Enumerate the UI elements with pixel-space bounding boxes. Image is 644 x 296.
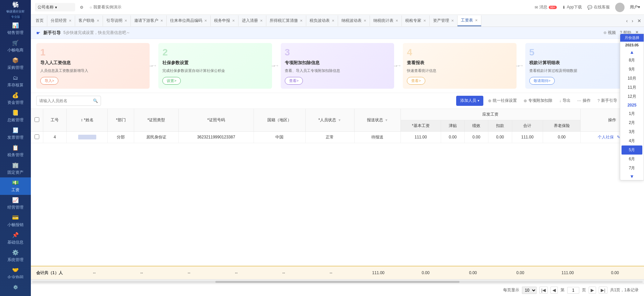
- tab-prev-button[interactable]: ‹: [625, 17, 629, 24]
- select-all-checkbox[interactable]: [35, 117, 39, 122]
- close-icon[interactable]: ✕: [451, 19, 454, 23]
- prev-page-button[interactable]: ◀: [550, 287, 558, 294]
- month-8[interactable]: 8月: [620, 56, 644, 65]
- tab-guide[interactable]: 引导说明✕: [103, 15, 131, 26]
- search-icon[interactable]: 🔍: [93, 98, 98, 103]
- month-3[interactable]: 3月: [620, 127, 644, 136]
- new-guide-button[interactable]: ?新手引导: [595, 98, 619, 103]
- tab-tax-expert[interactable]: 税检专家✕: [402, 15, 430, 26]
- add-person-button[interactable]: 添加人员 ▾: [456, 96, 483, 106]
- month-12[interactable]: 12月: [620, 92, 644, 101]
- month-scroll-down-button[interactable]: ▼: [628, 174, 636, 179]
- scrollbar-thumb[interactable]: [215, 281, 460, 283]
- month-11[interactable]: 11月: [620, 83, 644, 92]
- tab-layered[interactable]: 分层经营✕: [47, 15, 75, 26]
- sidebar-item-invoice[interactable]: 🧾发票管理: [0, 125, 31, 142]
- export-button[interactable]: ↓导出: [557, 98, 573, 103]
- close-icon[interactable]: ✕: [160, 19, 163, 23]
- avatar[interactable]: [615, 3, 625, 12]
- step-btn-4[interactable]: 查看>: [407, 77, 425, 85]
- tab-customer[interactable]: 客户联络✕: [75, 15, 103, 26]
- sidebar-item-management[interactable]: 📈经营管理: [0, 195, 31, 212]
- horizontal-scrollbar[interactable]: [31, 279, 644, 284]
- sidebar-item-assets[interactable]: 🏢固定资产: [0, 160, 31, 177]
- close-icon[interactable]: ✕: [475, 18, 478, 22]
- tab-tax-stats[interactable]: 纳税统计表✕: [370, 15, 402, 26]
- month-7[interactable]: 7月: [620, 164, 644, 173]
- month-panel-title[interactable]: 月份选择: [620, 34, 644, 42]
- month-scroll-up-button[interactable]: ▲: [628, 49, 636, 55]
- message-button[interactable]: ✉ 消息 99+: [535, 4, 556, 10]
- tab-tax-burden[interactable]: 税负波动表✕: [306, 15, 338, 26]
- month-1[interactable]: 1月: [620, 109, 644, 118]
- sidebar-item-collab[interactable]: 🤝企业协同: [0, 265, 31, 279]
- filter-icon-2[interactable]: ▼: [385, 118, 388, 122]
- tab-income-tax[interactable]: 所得税汇算清缴✕: [266, 15, 306, 26]
- close-icon[interactable]: ✕: [395, 19, 398, 23]
- settings-button[interactable]: ⚙: [78, 4, 86, 11]
- tab-clearance[interactable]: 进入清册✕: [238, 15, 266, 26]
- sidebar-item-system[interactable]: ⚙️系统管理: [0, 247, 31, 265]
- row-checkbox[interactable]: [35, 134, 39, 139]
- month-2[interactable]: 2月: [620, 118, 644, 127]
- sidebar-item-ecommerce[interactable]: 🛒小畅电商: [0, 38, 31, 55]
- sidebar-item-inventory[interactable]: 🗂库存核算: [0, 73, 31, 90]
- step-btn-3[interactable]: 查看>: [285, 77, 303, 85]
- close-icon[interactable]: ✕: [69, 19, 71, 23]
- sidebar-item-salary[interactable]: 💵工资: [0, 177, 31, 195]
- sidebar-settings-button[interactable]: ⚙️: [0, 279, 31, 296]
- step-btn-2[interactable]: 设置>: [162, 77, 180, 85]
- close-icon[interactable]: ✕: [97, 19, 99, 23]
- month-10[interactable]: 10月: [620, 74, 644, 83]
- tab-next-button[interactable]: ›: [630, 17, 635, 24]
- next-page-button[interactable]: ▶: [589, 287, 596, 294]
- tab-close-all-button[interactable]: ✕: [636, 17, 643, 24]
- app-download-button[interactable]: ⬇ App下载: [562, 4, 582, 10]
- sidebar-item-basic[interactable]: 📌基础信息: [0, 230, 31, 247]
- step-btn-1[interactable]: 导入>: [40, 77, 58, 85]
- sidebar-item-ledger[interactable]: 📒总账管理: [0, 108, 31, 125]
- close-icon[interactable]: ✕: [364, 19, 366, 23]
- user-name[interactable]: 用户▾: [630, 4, 640, 10]
- operations-button[interactable]: ⋯操作: [575, 98, 593, 103]
- tab-invite[interactable]: 邀请下游客户✕: [131, 15, 167, 26]
- page-number-input[interactable]: [567, 287, 579, 294]
- first-page-button[interactable]: |◀: [539, 287, 548, 294]
- video-link[interactable]: ⊙ 视频: [603, 30, 616, 36]
- filter-icon[interactable]: ▼: [338, 118, 341, 122]
- close-icon[interactable]: ✕: [232, 19, 235, 23]
- sidebar-item-expense[interactable]: 💳小畅报销: [0, 212, 31, 230]
- step-btn-5[interactable]: 敬请期待>: [529, 77, 555, 85]
- sidebar-item-purchase[interactable]: 📦采购管理: [0, 55, 31, 73]
- close-icon[interactable]: ✕: [260, 19, 263, 23]
- tab-tax-declare[interactable]: 税务申报✕: [211, 15, 238, 26]
- close-icon[interactable]: ✕: [332, 19, 334, 23]
- close-icon[interactable]: ✕: [204, 19, 207, 23]
- tab-product-code[interactable]: 往来单位商品编码✕: [167, 15, 211, 26]
- company-selector[interactable]: 公司名称 ▾: [35, 3, 75, 11]
- month-5[interactable]: 5月: [622, 145, 642, 155]
- tab-asset-mgmt[interactable]: 资产管理✕: [430, 15, 458, 26]
- close-icon[interactable]: ✕: [300, 19, 303, 23]
- sidebar-item-tax[interactable]: 📋税务管理: [0, 142, 31, 160]
- month-6[interactable]: 6月: [620, 155, 644, 164]
- close-icon[interactable]: ✕: [124, 19, 127, 23]
- tab-salary-table[interactable]: 工资表✕: [458, 15, 481, 26]
- last-page-button[interactable]: ▶|: [599, 287, 607, 294]
- tab-home[interactable]: 首页: [32, 15, 47, 26]
- sidebar-item-finance[interactable]: 💰资金管理: [0, 90, 31, 108]
- logo-text: 畅捷通好业财: [6, 9, 24, 14]
- sidebar-item-sales[interactable]: 📊销售管理: [0, 20, 31, 38]
- special-deduction-button[interactable]: ⊕专项附加扣除: [522, 98, 554, 103]
- page-size-select[interactable]: 10 20 50: [522, 287, 537, 294]
- month-9[interactable]: 9月: [620, 65, 644, 74]
- online-service-button[interactable]: 💬 在线客服: [587, 4, 610, 10]
- month-4[interactable]: 4月: [620, 136, 644, 145]
- close-icon[interactable]: ✕: [423, 19, 426, 23]
- footer-total-label: 会计共（1）人: [36, 270, 63, 276]
- search-input[interactable]: [39, 98, 93, 103]
- demo-link[interactable]: ○ 我要看实例演示: [90, 4, 121, 10]
- social-security-button[interactable]: ⊕统一社保设置: [486, 98, 519, 103]
- personal-social-button[interactable]: 个人社保: [598, 135, 614, 139]
- tab-tax-wave[interactable]: 纳税波动表✕: [338, 15, 370, 26]
